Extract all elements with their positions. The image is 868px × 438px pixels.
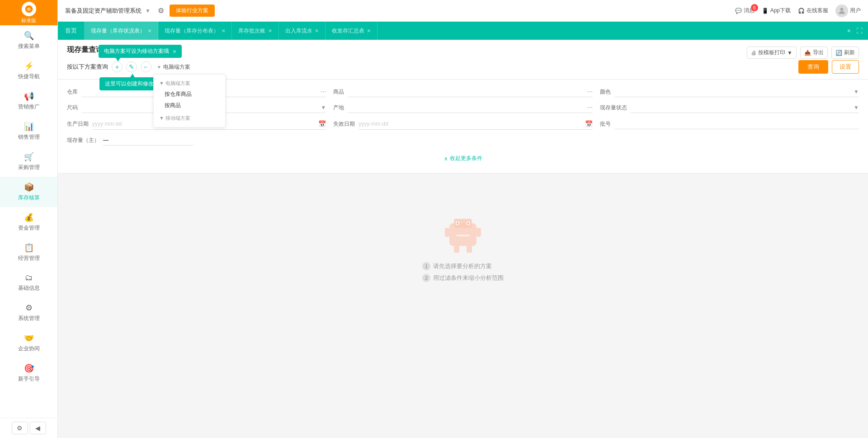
collapse-button[interactable]: ∧ 收起更多条件 [67, 151, 859, 166]
svg-point-2 [840, 8, 844, 11]
filter-goods: 商品 ⋯ [333, 87, 592, 97]
tab-label: 现存量（库存状况表） [91, 27, 145, 35]
edit-scheme-button[interactable]: ✎ 这里可以创建和修改方案哦 × [126, 61, 137, 72]
add-scheme-button[interactable]: + 电脑方案可设为移动方案哦 × [112, 61, 123, 72]
export-label: 导出 [813, 49, 824, 57]
experience-button[interactable]: 体验行业方案 [170, 5, 215, 17]
filter-expiry-date: 失效日期 yyyy-mm-dd 📅 [333, 118, 592, 130]
tab-close-icon[interactable]: × [367, 28, 371, 34]
tab-inout[interactable]: 出入库流水 × [279, 22, 326, 40]
expiry-date-placeholder: yyyy-mm-dd [359, 121, 388, 127]
tab-fullscreen-icon[interactable]: ⛶ [854, 26, 864, 35]
sidebar-item-sales[interactable]: 📊 销售管理 [0, 116, 57, 146]
system-selector[interactable]: 装备及固定资产辅助管理系统 ▼ [65, 7, 151, 15]
production-date-placeholder: yyyy-mm-dd [92, 121, 122, 127]
mobile-scheme-section-label: ▼ 移动端方案 [154, 113, 225, 123]
stock-qty-input[interactable] [103, 135, 193, 146]
logo-label: 标准版 [21, 17, 36, 24]
sidebar-item-label: 搜索菜单 [18, 42, 40, 50]
tab-close-icon[interactable]: × [268, 28, 272, 34]
topbar-settings-icon[interactable]: ⚙ [158, 6, 164, 15]
sidebar-item-basic[interactable]: 🗂 基础信息 [0, 268, 57, 297]
enterprise-icon: 🤝 [24, 333, 34, 343]
query-button[interactable]: 查询 [798, 60, 828, 74]
content-header: 现存量查询(按仓库+商品) 🖨 按模板打印 ▼ 📤 导出 🔄 刷新 [58, 40, 868, 80]
header-actions: 🖨 按模板打印 ▼ 📤 导出 🔄 刷新 [747, 47, 859, 59]
svg-rect-9 [456, 235, 470, 236]
sidebar-item-inventory[interactable]: 📦 库存核算 [0, 177, 57, 207]
system-name: 装备及固定资产辅助管理系统 [65, 7, 142, 15]
goods-dropdown-icon: ⋯ [587, 89, 593, 95]
system-dropdown-icon: ▼ [145, 8, 151, 14]
sidebar-item-quicknav[interactable]: ⚡ 快捷导航 [0, 56, 57, 86]
batch-no-input[interactable] [614, 119, 859, 129]
tab-close-icon[interactable]: × [222, 28, 225, 34]
empty-tips: 1 请先选择要分析的方案 2 用过滤条件来缩小分析范围 [422, 262, 504, 282]
messages-button[interactable]: 💬 消息 6 [735, 7, 755, 14]
origin-select[interactable]: ⋯ [348, 103, 592, 113]
export-button[interactable]: 📤 导出 [800, 47, 828, 59]
tab-home[interactable]: 首页 [58, 22, 85, 40]
message-icon: 💬 [735, 8, 742, 14]
tab-close-icon[interactable]: × [148, 28, 151, 34]
scheme-item-1[interactable]: 按仓库商品 [154, 89, 225, 100]
app-download-button[interactable]: 📱 App下载 [762, 7, 791, 14]
back-icon: ← [143, 63, 149, 71]
sidebar-item-system[interactable]: ⚙ 系统管理 [0, 297, 57, 328]
goods-select[interactable]: ⋯ [348, 87, 592, 97]
size-label: 尺码 [67, 104, 78, 112]
warehouse-dropdown-icon: ⋯ [321, 89, 326, 95]
quicknav-icon: ⚡ [24, 61, 34, 71]
print-button[interactable]: 🖨 按模板打印 ▼ [747, 47, 797, 59]
sidebar-item-purchase[interactable]: 🛒 采购管理 [0, 146, 57, 177]
sidebar-logo: 畅 标准版 [0, 0, 57, 25]
app-download-label: App下载 [770, 7, 791, 14]
refresh-icon: 🔄 [835, 50, 842, 56]
sidebar-item-operations[interactable]: 📋 经营管理 [0, 237, 57, 268]
online-support-button[interactable]: 🎧 在线客服 [798, 7, 828, 14]
scheme-tooltip-close[interactable]: × [173, 48, 176, 55]
back-scheme-button[interactable]: ← [141, 61, 151, 72]
support-icon: 🎧 [798, 8, 805, 14]
basic-icon: 🗂 [25, 273, 33, 283]
stock-status-select[interactable]: ▼ [631, 103, 859, 113]
sidebar-item-label: 库存核算 [18, 194, 40, 202]
svg-rect-13 [467, 246, 472, 253]
color-select[interactable]: ▼ [614, 87, 859, 97]
svg-rect-12 [454, 246, 459, 253]
tab-stock-status[interactable]: 现存量（库存状况表） × [85, 22, 158, 40]
sidebar-item-label: 快捷导航 [18, 73, 40, 80]
tab-close-all-icon[interactable]: × [845, 26, 853, 35]
svg-point-8 [467, 222, 469, 224]
sidebar-collapse-button[interactable]: ◀ [30, 422, 46, 434]
tab-close-icon[interactable]: × [315, 28, 319, 34]
filter-row-4: 现存量（主） [67, 135, 859, 146]
pc-scheme-label: 电脑端方案 [163, 63, 190, 71]
purchase-icon: 🛒 [24, 152, 34, 162]
setting-button[interactable]: 设置 [832, 60, 859, 74]
sidebar-settings-button[interactable]: ⚙ [12, 422, 28, 434]
sidebar-item-capital[interactable]: 💰 资金管理 [0, 207, 57, 237]
user-avatar-button[interactable]: 用户 [835, 5, 861, 17]
tab-stock-dist[interactable]: 现存量（库存分布表） × [158, 22, 232, 40]
svg-rect-11 [476, 228, 481, 237]
tab-label: 出入库流水 [285, 27, 312, 35]
sidebar-item-marketing[interactable]: 📢 营销推广 [0, 86, 57, 116]
sidebar-item-search[interactable]: 🔍 搜索菜单 [0, 25, 57, 56]
svg-point-7 [457, 222, 458, 224]
sidebar-item-guide[interactable]: 🎯 新手引导 [0, 358, 57, 388]
messages-badge: 6 [751, 4, 758, 11]
refresh-button[interactable]: 🔄 刷新 [831, 47, 859, 59]
system-icon: ⚙ [25, 303, 33, 313]
origin-label: 产地 [333, 104, 344, 112]
sidebar-item-enterprise[interactable]: 🤝 企业协同 [0, 328, 57, 358]
sidebar-item-label: 企业协同 [18, 345, 40, 353]
sidebar-item-label: 系统管理 [18, 315, 40, 322]
scheme-item-2[interactable]: 按商品 [154, 100, 225, 111]
tab-summary[interactable]: 收发存汇总表 × [326, 22, 377, 40]
expiry-date-input[interactable]: yyyy-mm-dd 📅 [359, 118, 592, 130]
filter-batch-no: 批号 [600, 119, 859, 129]
topbar: 装备及固定资产辅助管理系统 ▼ ⚙ 体验行业方案 💬 消息 6 📱 App下载 … [58, 0, 868, 22]
sidebar-item-label: 基础信息 [18, 284, 40, 292]
tab-batch[interactable]: 库存批次账 × [232, 22, 278, 40]
